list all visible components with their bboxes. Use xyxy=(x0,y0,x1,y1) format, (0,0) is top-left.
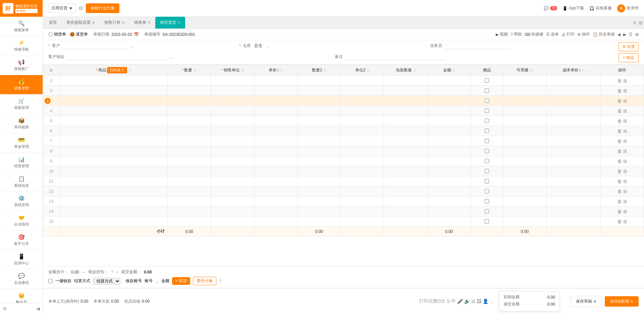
cell-pack-12[interactable] xyxy=(384,186,427,196)
cell-qty2-5[interactable] xyxy=(298,116,341,126)
header-gear-icon[interactable]: ⚙ xyxy=(78,5,83,11)
cell-qty-7[interactable] xyxy=(168,136,211,146)
tab-price_settings[interactable]: 售价提取设置✕ xyxy=(62,17,100,28)
tab-home[interactable]: 首页 xyxy=(44,17,62,28)
calendar-icon[interactable]: 📅 xyxy=(134,32,139,37)
try-btn[interactable]: 体验行业方案 xyxy=(86,3,119,13)
sidebar-item-member[interactable]: 👑畅会员 xyxy=(0,289,43,303)
delete-row-btn-9[interactable]: 🗑 xyxy=(617,159,622,164)
cell-available-1[interactable] xyxy=(503,76,546,86)
settings-icon[interactable]: ⚙ xyxy=(3,306,7,311)
cell-amount-15[interactable] xyxy=(427,216,471,227)
cell-cost-8[interactable] xyxy=(546,146,600,156)
delete-row-btn-2[interactable]: 🗑 xyxy=(617,88,622,93)
copy-row-btn-9[interactable]: ⊞ xyxy=(623,159,627,164)
cell-gift-2[interactable] xyxy=(471,86,503,96)
cell-qty2-2[interactable] xyxy=(298,86,341,96)
cell-available-11[interactable] xyxy=(503,176,546,186)
cell-goods-7[interactable] xyxy=(59,136,168,146)
cell-amount-6[interactable] xyxy=(427,126,471,136)
cell-qty-10[interactable] xyxy=(168,166,211,176)
gift-check-6[interactable] xyxy=(485,129,489,133)
tab-sales_delivery[interactable]: 销售单✕ xyxy=(129,17,155,28)
cell-qty2-4[interactable] xyxy=(298,106,341,116)
online-service-btn[interactable]: 🎧 在线客服 xyxy=(589,5,612,11)
cell-cost-13[interactable] xyxy=(546,196,600,206)
delete-row-btn-12[interactable]: 🗑 xyxy=(617,189,622,194)
cell-goods-12[interactable] xyxy=(59,186,168,196)
cell-qty-15[interactable] xyxy=(168,216,211,227)
warehouse-dots-btn[interactable]: ... xyxy=(266,44,269,48)
cell-gift-14[interactable] xyxy=(471,206,503,216)
cell-pack-13[interactable] xyxy=(384,196,427,206)
copy-row-btn-5[interactable]: ⊞ xyxy=(623,118,627,124)
cell-pack-10[interactable] xyxy=(384,166,427,176)
price-info-icon[interactable]: ℹ xyxy=(277,68,279,72)
cell-unit-1[interactable] xyxy=(211,76,254,86)
goods-input-3[interactable] xyxy=(61,99,166,103)
cell-unit2-13[interactable] xyxy=(341,196,384,206)
sidebar-item-appstore[interactable]: 📱应用中心 xyxy=(0,250,43,269)
cell-unit-4[interactable] xyxy=(211,106,254,116)
cell-pack-3[interactable] xyxy=(384,96,427,106)
delete-row-btn-1[interactable]: 🗑 xyxy=(617,78,622,83)
cell-pack-8[interactable] xyxy=(384,146,427,156)
add-pay-btn[interactable]: + 添加 xyxy=(172,277,190,285)
tool-mic-icon[interactable]: 🎤 xyxy=(457,299,463,304)
cell-pack-4[interactable] xyxy=(384,106,427,116)
cell-pack-15[interactable] xyxy=(384,216,427,227)
tool-s-icon[interactable]: S xyxy=(447,299,450,304)
cell-unit2-1[interactable] xyxy=(341,76,384,86)
settle-method-select[interactable]: 结算方式 xyxy=(93,277,120,285)
delete-row-btn-7[interactable]: 🗑 xyxy=(617,138,622,144)
settings-btn[interactable]: ⚙ 设置 xyxy=(619,42,639,51)
gift-check-10[interactable] xyxy=(485,169,489,173)
gift-check-2[interactable] xyxy=(485,88,489,93)
tool-more-icon[interactable]: ... xyxy=(490,299,494,304)
cell-pack-7[interactable] xyxy=(384,136,427,146)
cell-unit2-7[interactable] xyxy=(341,136,384,146)
fee-help-icon[interactable]: ? xyxy=(219,279,221,284)
operate-btn[interactable]: ⚙ 操作 xyxy=(577,32,590,37)
cell-unit-7[interactable] xyxy=(211,136,254,146)
delete-row-btn-14[interactable]: 🗑 xyxy=(617,209,622,214)
cell-unit-10[interactable] xyxy=(211,166,254,176)
cell-amount-7[interactable] xyxy=(427,136,471,146)
tool-speak-icon[interactable]: 🔊 xyxy=(464,299,470,304)
cell-cost-6[interactable] xyxy=(546,126,600,136)
cell-cost-10[interactable] xyxy=(546,166,600,176)
cell-qty2-15[interactable] xyxy=(298,216,341,227)
cell-gift-4[interactable] xyxy=(471,106,503,116)
sidebar-item-inventory[interactable]: 📦库存核算 xyxy=(0,114,43,133)
cell-goods-3[interactable] xyxy=(59,96,168,106)
delete-row-btn-13[interactable]: 🗑 xyxy=(617,199,622,204)
cell-amount-10[interactable] xyxy=(427,166,471,176)
cell-amount-14[interactable] xyxy=(427,206,471,216)
cell-qty-13[interactable] xyxy=(168,196,211,206)
address-dots-btn[interactable]: ... xyxy=(169,55,172,59)
remark-input[interactable] xyxy=(345,53,445,60)
cell-price-6[interactable] xyxy=(254,126,298,136)
cell-price-2[interactable] xyxy=(254,86,298,96)
cell-price-12[interactable] xyxy=(254,186,298,196)
cell-pack-5[interactable] xyxy=(384,116,427,126)
cell-unit2-11[interactable] xyxy=(341,176,384,186)
sidebar-item-search[interactable]: 🔍搜索菜单 xyxy=(0,17,43,36)
copy-row-btn-4[interactable]: ⊞ xyxy=(623,108,627,114)
cell-gift-11[interactable] xyxy=(471,176,503,186)
cell-qty2-12[interactable] xyxy=(298,186,341,196)
sort-amount-icon[interactable]: ⇅ xyxy=(452,68,455,72)
cell-pack-9[interactable] xyxy=(384,156,427,166)
cell-amount-9[interactable] xyxy=(427,156,471,166)
delete-row-btn-10[interactable]: 🗑 xyxy=(617,169,622,174)
cell-qty2-3[interactable] xyxy=(298,96,341,106)
copy-row-btn-15[interactable]: ⊞ xyxy=(623,219,627,224)
cell-available-13[interactable] xyxy=(503,196,546,206)
cell-goods-6[interactable] xyxy=(59,126,168,136)
next-btn[interactable]: ▶ xyxy=(623,32,626,37)
gift-check-4[interactable] xyxy=(485,109,489,113)
cell-available-10[interactable] xyxy=(503,166,546,176)
cell-cost-3[interactable] xyxy=(546,96,600,106)
sort-qty2-icon[interactable]: ⇅ xyxy=(324,68,326,72)
copy-row-btn-10[interactable]: ⊞ xyxy=(623,169,627,174)
